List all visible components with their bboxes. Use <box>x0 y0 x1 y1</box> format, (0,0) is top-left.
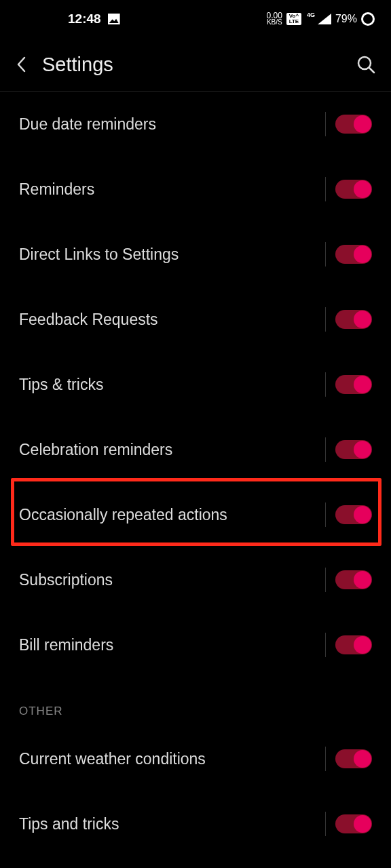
svg-line-1 <box>369 68 374 73</box>
setting-label: Direct Links to Settings <box>19 245 316 264</box>
setting-label: Due date reminders <box>19 115 316 134</box>
row-divider <box>325 112 326 136</box>
toggle-switch[interactable] <box>335 440 372 459</box>
setting-row[interactable]: Current weather conditions <box>0 726 391 791</box>
setting-label: Tips & tricks <box>19 376 316 394</box>
toggle-switch[interactable] <box>335 635 372 654</box>
row-divider <box>325 177 326 201</box>
setting-label: Reminders <box>19 180 316 199</box>
row-divider <box>325 812 326 836</box>
signal-icon <box>318 14 331 24</box>
row-divider <box>325 242 326 267</box>
setting-label: Celebration reminders <box>19 441 316 459</box>
toggle-switch[interactable] <box>335 180 372 199</box>
setting-label: Feedback Requests <box>19 311 316 329</box>
row-divider <box>325 633 326 657</box>
setting-label: Subscriptions <box>19 571 316 589</box>
toggle-switch[interactable] <box>335 749 372 768</box>
toggle-switch[interactable] <box>335 505 372 524</box>
app-header: Settings <box>0 38 391 91</box>
row-divider <box>325 502 326 527</box>
network-speed: 0.00 KB/S <box>267 12 282 26</box>
row-divider <box>325 437 326 462</box>
setting-row[interactable]: Tips and tricks <box>0 791 391 856</box>
toggle-switch[interactable] <box>335 814 372 833</box>
setting-row[interactable]: Feedback Requests <box>0 287 391 352</box>
row-divider <box>325 568 326 592</box>
network-gen: 4G <box>307 12 315 18</box>
setting-label: Occasionally repeated actions <box>19 506 316 524</box>
setting-row[interactable]: Due date reminders <box>0 92 391 157</box>
battery-percent: 79% <box>335 13 357 25</box>
status-bar: 12:48 0.00 KB/S Vo^LTE 4G 79% <box>0 0 391 38</box>
search-icon[interactable] <box>356 54 376 75</box>
section-header-other: OTHER <box>0 677 391 726</box>
setting-row[interactable]: Tips & tricks <box>0 352 391 417</box>
setting-label: Tips and tricks <box>19 815 316 833</box>
setting-row-highlighted[interactable]: Occasionally repeated actions <box>0 482 391 547</box>
back-icon[interactable] <box>15 55 29 74</box>
setting-row[interactable]: Direct Links to Settings <box>0 222 391 287</box>
toggle-switch[interactable] <box>335 115 372 134</box>
setting-label: Bill reminders <box>19 636 316 654</box>
row-divider <box>325 307 326 332</box>
page-title: Settings <box>42 54 342 76</box>
setting-label: Current weather conditions <box>19 750 316 768</box>
clock: 12:48 <box>68 12 101 26</box>
toggle-switch[interactable] <box>335 245 372 264</box>
gallery-icon <box>108 14 120 24</box>
toggle-switch[interactable] <box>335 570 372 589</box>
setting-row[interactable]: Reminders <box>0 157 391 222</box>
toggle-switch[interactable] <box>335 375 372 394</box>
battery-ring-icon <box>361 12 375 26</box>
volte-icon: Vo^LTE <box>286 13 301 25</box>
row-divider <box>325 372 326 397</box>
settings-list: Due date reminders Reminders Direct Link… <box>0 91 391 856</box>
setting-row[interactable]: Celebration reminders <box>0 417 391 482</box>
setting-row[interactable]: Subscriptions <box>0 547 391 612</box>
setting-row[interactable]: Bill reminders <box>0 612 391 677</box>
toggle-switch[interactable] <box>335 310 372 329</box>
row-divider <box>325 747 326 771</box>
